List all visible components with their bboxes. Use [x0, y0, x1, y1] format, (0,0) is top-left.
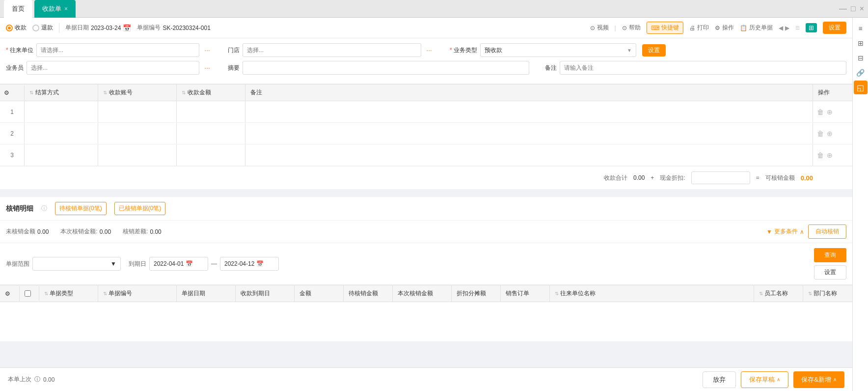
rec-th-checkbox[interactable]: [20, 286, 39, 301]
bottom-spacer: [0, 341, 852, 365]
date-to-input[interactable]: 2022-04-12 📅: [220, 257, 279, 271]
more-conditions-btn[interactable]: ▼ 更多条件 ∧: [766, 227, 804, 236]
td-note-2[interactable]: [245, 123, 813, 144]
td-amount-2[interactable]: [177, 123, 245, 144]
rec-th-sales-order: 销售订单: [501, 285, 550, 302]
business-type-arrow: ▼: [627, 48, 632, 53]
shortcut-btn[interactable]: ⌨ 快捷键: [647, 22, 683, 34]
list-view-icon[interactable]: ≡: [795, 24, 800, 32]
plus-sign: +: [651, 174, 654, 181]
abandon-btn[interactable]: 放弃: [703, 371, 736, 388]
settings-button[interactable]: 设置: [823, 22, 846, 34]
counterpart-input[interactable]: [36, 43, 199, 57]
summary-label: 摘要: [228, 64, 240, 72]
nav-next-icon[interactable]: ▶: [785, 25, 789, 31]
range-select[interactable]: ▼: [32, 257, 121, 271]
date-filter: 到期日 2022-04-01 📅 — 2022-04-12 📅: [129, 257, 279, 271]
help-label: 帮助: [629, 24, 641, 32]
td-amount-3[interactable]: [177, 144, 245, 166]
td-account-3[interactable]: [98, 144, 177, 166]
form-settings-btn[interactable]: 设置: [642, 44, 666, 56]
th-gear[interactable]: ⚙: [0, 85, 25, 100]
store-input[interactable]: [243, 43, 421, 57]
diff-stat: 核销差额: 0.00: [123, 227, 162, 236]
td-note-1[interactable]: [245, 101, 813, 122]
video-icon: ⊙: [590, 25, 595, 31]
summary-input[interactable]: [243, 61, 529, 75]
tab-receipt-label: 收款单: [42, 4, 61, 13]
counterpart-more-icon[interactable]: ···: [202, 46, 212, 54]
help-btn[interactable]: ⊙ 帮助: [622, 24, 641, 32]
store-more-icon[interactable]: ···: [424, 46, 434, 54]
td-note-3[interactable]: [245, 144, 813, 166]
rec-th-due-label: 收款到期日: [241, 289, 270, 298]
maximize-btn[interactable]: □: [851, 4, 856, 13]
number-field: 单据编号 SK-20230324-001: [137, 24, 210, 32]
sidebar-icon-expand[interactable]: ◱: [854, 81, 868, 94]
save-new-btn[interactable]: 保存&新增 ∧: [793, 371, 844, 388]
td-amount-1[interactable]: [177, 101, 245, 122]
more-conditions-label: 更多条件: [774, 227, 798, 236]
tab-close-icon[interactable]: ×: [64, 5, 68, 12]
sidebar-icon-grid[interactable]: ⊞: [854, 36, 868, 50]
delete-icon-3[interactable]: 🗑: [817, 151, 824, 159]
grid-view-icon[interactable]: ⊞: [806, 23, 817, 32]
salesperson-more-icon[interactable]: ···: [202, 64, 212, 72]
discount-input[interactable]: [691, 171, 750, 184]
print-btn[interactable]: 🖨 打印: [689, 24, 709, 32]
done-tab[interactable]: 已核销单据(0笔): [114, 202, 166, 215]
draft-btn[interactable]: 保存草稿 ∧: [741, 371, 788, 388]
summary-field: 摘要: [228, 61, 529, 75]
form-card: 收款 退款 单据日期 2023-03-24 📅 单据编号 SK-20230324…: [0, 18, 852, 189]
auto-reconcile-btn[interactable]: 自动核销: [808, 224, 846, 239]
td-settle-2[interactable]: [25, 123, 98, 144]
history-btn[interactable]: 📋 历史单据: [740, 24, 773, 32]
radio-collection[interactable]: 收款: [6, 24, 27, 32]
save-new-label: 保存&新增: [801, 375, 831, 384]
copy-icon-2[interactable]: ⊕: [827, 130, 833, 138]
th-amount: ⇅ 收款金额: [177, 84, 245, 101]
remark-input[interactable]: [560, 61, 846, 75]
delete-icon-1[interactable]: 🗑: [817, 108, 824, 116]
operation-icon: ⚙: [715, 25, 720, 31]
sidebar-icon-link[interactable]: 🔗: [854, 66, 868, 80]
number-label: 单据编号: [137, 24, 161, 32]
td-account-1[interactable]: [98, 101, 177, 122]
sidebar-icon-table[interactable]: ≡: [854, 22, 868, 35]
date-dash: —: [211, 260, 217, 267]
td-settle-3[interactable]: [25, 144, 98, 166]
unverified-value: 0.00: [37, 228, 49, 235]
minimize-btn[interactable]: —: [839, 4, 847, 13]
radio-refund[interactable]: 退款: [32, 24, 53, 32]
tab-receipt[interactable]: 收款单 ×: [34, 0, 76, 18]
filter-settings-btn[interactable]: 设置: [814, 265, 846, 279]
copy-icon-3[interactable]: ⊕: [827, 151, 833, 159]
rec-select-all[interactable]: [25, 290, 31, 297]
business-type-label: 业务类型: [450, 46, 477, 55]
th-ops: 操作: [813, 84, 852, 101]
calendar-icon[interactable]: 📅: [123, 24, 131, 32]
info-icon[interactable]: ⓘ: [34, 375, 40, 384]
sidebar-icon-minus[interactable]: ⊟: [854, 51, 868, 65]
copy-icon-1[interactable]: ⊕: [827, 108, 833, 116]
rec-th-dept-label: 部门名称: [814, 289, 837, 298]
date-from-input[interactable]: 2022-04-01 📅: [149, 257, 208, 271]
operation-btn[interactable]: ⚙ 操作: [715, 24, 734, 32]
radio-refund-circle: [32, 25, 39, 31]
tab-home[interactable]: 首页: [4, 0, 32, 18]
query-btn[interactable]: 查询: [814, 248, 846, 262]
video-btn[interactable]: ⊙ 视频: [590, 24, 609, 32]
reconcile-info-icon[interactable]: ⓘ: [41, 204, 47, 213]
salesperson-input[interactable]: [27, 61, 199, 75]
nav-prev-icon[interactable]: ◀: [779, 25, 783, 31]
td-settle-1[interactable]: [25, 101, 98, 122]
business-type-select[interactable]: 预收款 ▼: [480, 43, 636, 57]
last-value: 0.00: [43, 376, 54, 383]
rec-th-counterpart-sort: ⇅: [555, 291, 559, 296]
reconcile-title: 核销明细: [6, 204, 33, 213]
td-account-2[interactable]: [98, 123, 177, 144]
pending-tab[interactable]: 待核销单据(0笔): [55, 202, 107, 215]
rec-th-gear[interactable]: ⚙: [0, 286, 20, 301]
window-close-btn[interactable]: ×: [860, 4, 864, 13]
delete-icon-2[interactable]: 🗑: [817, 130, 824, 138]
